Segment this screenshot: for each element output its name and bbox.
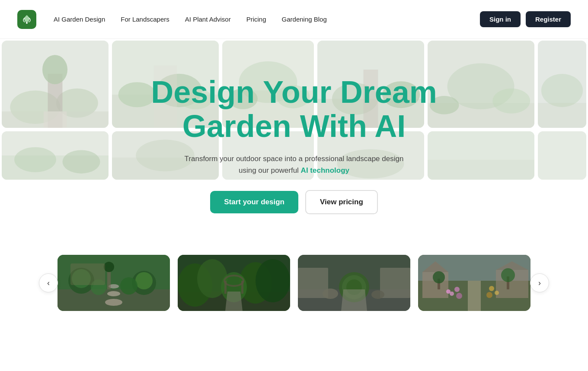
hero-buttons: Start your design View pricing — [210, 190, 378, 214]
carousel-track — [56, 255, 532, 311]
logo[interactable] — [17, 10, 36, 29]
nav-link-ai-plant-advisor[interactable]: AI Plant Advisor — [185, 16, 231, 23]
svg-rect-101 — [418, 255, 530, 311]
carousel-prev-button[interactable]: ‹ — [39, 273, 58, 292]
hero-title: Design Your Dream Garden With AI — [151, 75, 437, 143]
carousel-item-4 — [418, 255, 530, 311]
svg-point-2 — [10, 91, 60, 124]
view-pricing-button[interactable]: View pricing — [305, 190, 378, 214]
garden-thumb-3 — [298, 255, 410, 311]
garden-thumb-2 — [178, 255, 290, 311]
hero-content: Design Your Dream Garden With AI Transfo… — [142, 58, 446, 228]
main-nav: AI Garden Design For Landscapers AI Plan… — [0, 0, 588, 39]
svg-rect-82 — [298, 255, 410, 311]
carousel-item-1 — [58, 255, 170, 311]
nav-links: AI Garden Design For Landscapers AI Plan… — [54, 16, 327, 23]
svg-point-28 — [492, 89, 530, 114]
svg-rect-33 — [2, 155, 109, 180]
signin-button[interactable]: Sign in — [480, 11, 521, 27]
bg-image-7 — [2, 131, 109, 180]
bg-image-1 — [2, 41, 109, 128]
bg-image-12 — [538, 131, 586, 180]
svg-point-5 — [42, 55, 67, 84]
carousel-next-button[interactable]: › — [530, 273, 549, 292]
nav-left: AI Garden Design For Landscapers AI Plan… — [17, 10, 327, 29]
svg-rect-1 — [2, 41, 109, 128]
carousel-item-3 — [298, 255, 410, 311]
svg-point-34 — [14, 147, 56, 172]
hero-subtitle-highlight: AI technology — [301, 166, 349, 174]
nav-right: Sign in Register — [480, 11, 571, 27]
svg-point-26 — [447, 63, 514, 110]
nav-link-pricing[interactable]: Pricing — [246, 16, 266, 23]
svg-rect-32 — [2, 131, 109, 180]
svg-rect-71 — [178, 255, 290, 311]
svg-point-0 — [26, 22, 28, 24]
nav-link-ai-garden-design[interactable]: AI Garden Design — [54, 16, 105, 23]
svg-rect-7 — [44, 111, 67, 128]
logo-icon — [17, 10, 36, 29]
svg-rect-59 — [58, 255, 170, 311]
nav-link-gardening-blog[interactable]: Gardening Blog — [282, 16, 327, 23]
svg-rect-30 — [538, 103, 586, 128]
svg-point-35 — [62, 150, 100, 173]
svg-point-31 — [541, 74, 583, 107]
svg-rect-4 — [48, 74, 63, 128]
svg-point-3 — [56, 89, 98, 118]
svg-rect-29 — [538, 41, 586, 128]
carousel-item-2 — [178, 255, 290, 311]
carousel-section: ‹ — [0, 246, 588, 328]
svg-rect-6 — [2, 111, 109, 128]
hero-section: Design Your Dream Garden With AI Transfo… — [0, 39, 588, 246]
svg-rect-44 — [538, 131, 586, 180]
hero-subtitle: Transform your outdoor space into a prof… — [182, 153, 406, 176]
start-design-button[interactable]: Start your design — [210, 191, 298, 213]
bg-image-6 — [538, 41, 586, 128]
nav-link-for-landscapers[interactable]: For Landscapers — [121, 16, 169, 23]
garden-thumb-4 — [418, 255, 530, 311]
garden-thumb-1 — [58, 255, 170, 311]
register-button[interactable]: Register — [526, 11, 571, 27]
